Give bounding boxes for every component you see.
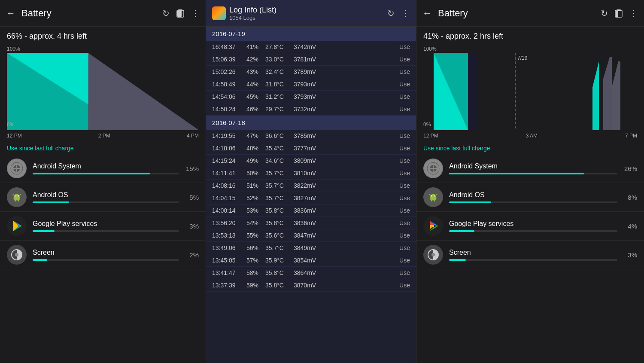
log-row-0-2[interactable]: 15:02:26 43% 32.4°C 3789mV Use: [206, 66, 416, 78]
svg-marker-55: [430, 225, 434, 227]
svg-rect-2: [177, 11, 182, 17]
left-app-info-screen: Screen: [33, 249, 179, 261]
left-time-label-1: 12 PM: [7, 133, 22, 139]
log-row-0-3[interactable]: 14:58:49 44% 31.8°C 3793mV Use: [206, 78, 416, 91]
log-action-0-2: Use: [399, 68, 410, 75]
log-time-0-0: 16:48:37: [212, 43, 243, 50]
right-app-percent-screen: 3%: [622, 251, 637, 259]
left-app-item-android-system[interactable]: Android System 15%: [0, 154, 206, 183]
svg-rect-29: [617, 9, 621, 11]
log-percent-1-0: 47%: [246, 132, 262, 139]
log-row-1-0[interactable]: 14:19:55 47% 36.6°C 3785mV Use: [206, 130, 416, 142]
left-app-name-android-os: Android OS: [33, 191, 179, 199]
log-row-1-3[interactable]: 14:11:41 50% 35.7°C 3810mV Use: [206, 167, 416, 180]
log-row-1-1[interactable]: 14:18:06 48% 35.4°C 3777mV Use: [206, 142, 416, 155]
log-row-1-2[interactable]: 14:15:24 49% 34.6°C 3809mV Use: [206, 155, 416, 167]
right-header-icons: ↻ ⋮: [601, 8, 638, 18]
right-header-title-block: Battery: [438, 8, 601, 19]
left-more-button[interactable]: ⋮: [191, 8, 200, 18]
log-time-1-11: 13:41:47: [212, 269, 243, 276]
log-row-1-12[interactable]: 13:37:39 59% 35.8°C 3870mV Use: [206, 279, 416, 292]
left-refresh-button[interactable]: ↻: [162, 8, 170, 18]
log-row-1-11[interactable]: 13:41:47 58% 35.8°C 3864mV Use: [206, 267, 416, 279]
log-voltage-0-4: 3793mV: [294, 93, 396, 100]
log-temp-1-7: 35.8°C: [265, 220, 290, 226]
log-voltage-1-4: 3822mV: [294, 182, 396, 189]
left-back-button[interactable]: ←: [6, 8, 15, 19]
log-percent-1-3: 50%: [246, 170, 262, 177]
left-app-name-google-play: Google Play services: [33, 220, 179, 228]
right-battery-icon: [615, 9, 623, 18]
left-battery-panel: ← Battery ↻ ⋮ 66% - approx. 4 hrs left 1…: [0, 0, 206, 363]
log-voltage-1-7: 3836mV: [294, 220, 396, 226]
right-app-bar-fill-android-system: [449, 173, 584, 174]
left-app-list[interactable]: Android System 15%: [0, 154, 206, 363]
right-app-list[interactable]: Android System 26%: [416, 154, 644, 363]
svg-rect-30: [616, 11, 618, 17]
svg-line-48: [436, 194, 437, 195]
left-app-item-google-play[interactable]: Google Play services 3%: [0, 212, 206, 241]
right-app-item-screen[interactable]: Screen 3%: [416, 241, 644, 269]
log-row-1-7[interactable]: 13:56:20 54% 35.8°C 3836mV Use: [206, 217, 416, 229]
right-refresh-button[interactable]: ↻: [601, 8, 608, 18]
right-app-bar-bg-google-play: [449, 230, 617, 232]
log-percent-1-7: 54%: [246, 220, 262, 226]
left-app-item-screen[interactable]: Screen 2%: [0, 241, 206, 269]
log-time-1-1: 14:18:06: [212, 145, 243, 152]
right-battery-status: 41% - approx. 2 hrs left: [416, 27, 644, 44]
log-action-0-1: Use: [399, 56, 410, 63]
log-row-0-1[interactable]: 15:06:39 42% 33.0°C 3781mV Use: [206, 53, 416, 66]
log-voltage-0-0: 3742mV: [294, 43, 396, 50]
log-time-1-5: 14:04:15: [212, 195, 243, 201]
log-row-0-4[interactable]: 14:54:06 45% 31.2°C 3793mV Use: [206, 91, 416, 103]
log-row-1-9[interactable]: 13:49:06 56% 35.7°C 3849mV Use: [206, 242, 416, 254]
log-row-1-4[interactable]: 14:08:16 51% 35.7°C 3822mV Use: [206, 180, 416, 192]
left-app-info-google-play: Google Play services: [33, 220, 179, 232]
middle-log-scroll[interactable]: 2016-07-19 16:48:37 41% 27.8°C 3742mV Us…: [206, 27, 416, 363]
right-app-item-android-system[interactable]: Android System 26%: [416, 154, 644, 183]
log-voltage-1-0: 3785mV: [294, 132, 396, 139]
right-app-item-google-play[interactable]: Google Play services 4%: [416, 212, 644, 241]
right-app-bar-fill-android-os: [449, 201, 491, 203]
log-percent-1-9: 56%: [246, 244, 262, 251]
log-action-1-6: Use: [399, 207, 410, 214]
left-app-bar-bg-android-os: [33, 201, 179, 203]
log-percent-1-2: 49%: [246, 157, 262, 164]
log-voltage-1-3: 3810mV: [294, 170, 396, 177]
right-back-button[interactable]: ←: [422, 8, 432, 19]
right-app-percent-google-play: 4%: [622, 223, 637, 230]
right-chart-bottom-label: 0%: [423, 122, 431, 128]
log-action-1-2: Use: [399, 157, 410, 164]
right-app-info-android-os: Android OS: [449, 191, 617, 203]
log-row-0-0[interactable]: 16:48:37 41% 27.8°C 3742mV Use: [206, 41, 416, 53]
right-more-button[interactable]: ⋮: [629, 8, 638, 18]
log-action-1-11: Use: [399, 269, 410, 276]
log-row-1-10[interactable]: 13:45:05 57% 35.9°C 3854mV Use: [206, 254, 416, 267]
right-header-title: Battery: [438, 8, 601, 19]
svg-line-14: [13, 194, 14, 195]
left-battery-status: 66% - approx. 4 hrs left: [0, 27, 206, 44]
log-temp-0-1: 33.0°C: [265, 56, 290, 63]
left-header: ← Battery ↻ ⋮: [0, 0, 206, 27]
log-action-0-3: Use: [399, 81, 410, 88]
log-action-1-7: Use: [399, 220, 410, 226]
log-voltage-0-5: 3732mV: [294, 106, 396, 113]
right-app-name-screen: Screen: [449, 249, 617, 256]
log-row-0-5[interactable]: 14:50:24 46% 29.7°C 3732mV Use: [206, 103, 416, 116]
log-temp-0-2: 32.4°C: [265, 68, 290, 75]
left-app-item-android-os[interactable]: Android OS 5%: [0, 183, 206, 212]
middle-more-button[interactable]: ⋮: [401, 8, 410, 18]
log-percent-1-12: 59%: [246, 282, 262, 289]
log-voltage-0-2: 3789mV: [294, 68, 396, 75]
log-row-1-6[interactable]: 14:00:14 53% 35.8°C 3836mV Use: [206, 204, 416, 217]
left-app-icon-android-system: [7, 159, 27, 178]
right-app-item-android-os[interactable]: Android OS 8%: [416, 183, 644, 212]
log-voltage-1-9: 3849mV: [294, 244, 396, 251]
middle-header: Log Info (List) 1054 Logs ↻ ⋮: [206, 0, 416, 27]
middle-refresh-button[interactable]: ↻: [387, 8, 395, 18]
log-row-1-5[interactable]: 14:04:15 52% 35.7°C 3827mV Use: [206, 192, 416, 204]
log-percent-1-10: 57%: [246, 257, 262, 264]
left-time-label-3: 4 PM: [187, 133, 199, 139]
log-row-1-8[interactable]: 13:53:13 55% 35.6°C 3847mV Use: [206, 229, 416, 242]
svg-point-46: [434, 195, 436, 197]
